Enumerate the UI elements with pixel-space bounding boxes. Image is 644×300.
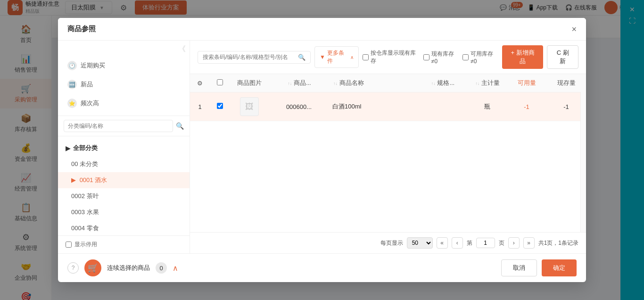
row-code: 000600...	[269, 92, 329, 121]
category-search-input[interactable]	[64, 120, 173, 132]
product-search-box: 🔍	[198, 51, 311, 64]
category-item-snack[interactable]: 0004 零食	[58, 220, 190, 235]
new-products-icon: 🆕	[67, 80, 77, 89]
modal-close-button[interactable]: ×	[571, 25, 577, 33]
sort-icon-name: ↑↓	[333, 81, 338, 86]
panel-collapse-button[interactable]: 《	[178, 44, 186, 54]
modal-overlay: 商品参照 × 《 🕐 近期购买 🆕	[0, 0, 644, 300]
category-expand-icon: ▶	[66, 145, 70, 152]
available-stock-checkbox[interactable]	[462, 54, 469, 60]
cart-button[interactable]: 🛒	[84, 259, 101, 276]
category-item-liquor[interactable]: ▶ 0001 酒水	[58, 172, 190, 188]
sort-icon-unit: ↑↓	[475, 81, 479, 86]
modal-footer: ? 🛒 连续选择的商品 0 ∧ 取消 确定	[58, 253, 586, 282]
category-search-row: 🔍	[58, 116, 190, 136]
row-index: 1	[190, 92, 210, 121]
category-list: ▶ 全部分类 00 未分类 ▶ 0001 酒水 0002 茶叶	[58, 136, 190, 235]
sort-icon-up: ↑↓	[288, 81, 292, 86]
pagination-row: 每页显示 50 10 20 100 « ‹ 第 页 › »	[190, 232, 586, 253]
tab-recent-purchase[interactable]: 🕐 近期购买	[62, 57, 186, 74]
product-thumbnail: 🖼	[240, 97, 259, 116]
left-panel: 《 🕐 近期购买 🆕 新品 ⭐ 频次高	[58, 41, 190, 253]
page-prev-button[interactable]: ‹	[452, 237, 463, 249]
help-icon[interactable]: ?	[67, 262, 79, 274]
page-size-select[interactable]: 50 10 20 100	[407, 237, 433, 249]
refresh-button[interactable]: C 刷新	[547, 45, 578, 69]
table-scrollbar[interactable]	[580, 74, 586, 232]
recent-purchase-icon: 🕐	[67, 61, 77, 70]
confirm-button[interactable]: 确定	[542, 259, 577, 276]
available-stock-checkbox-label[interactable]: 可用库存≠0	[462, 50, 498, 65]
high-freq-icon: ⭐	[67, 99, 77, 108]
col-settings[interactable]: ⚙	[190, 74, 210, 92]
col-check[interactable]	[210, 74, 230, 92]
row-name: 白酒100ml	[329, 92, 418, 121]
current-stock-checkbox[interactable]	[423, 54, 429, 60]
modal-body: 《 🕐 近期购买 🆕 新品 ⭐ 频次高	[58, 41, 586, 253]
col-code-header[interactable]: ↑↓ 商品...	[269, 74, 329, 92]
col-available-header[interactable]: 可用量	[507, 74, 546, 92]
product-search-icon[interactable]: 🔍	[298, 54, 305, 61]
continuous-select-label: 连续选择的商品	[107, 264, 150, 272]
page-first-button[interactable]: «	[437, 237, 448, 249]
pagination-total: 共1页，1条记录	[538, 239, 578, 247]
table-header-row: ⚙ 商品图片 ↑↓ 商品... ↑↓ 商品名称	[190, 74, 586, 92]
selected-count-badge: 0	[156, 262, 167, 274]
category-search-icon[interactable]: 🔍	[176, 122, 184, 130]
filter-icon: ▼	[320, 54, 325, 60]
footer-collapse-arrow[interactable]: ∧	[173, 264, 178, 273]
category-item-unclassified[interactable]: 00 未分类	[58, 156, 190, 172]
page-number-input[interactable]	[476, 238, 495, 248]
category-all-header[interactable]: ▶ 全部分类	[58, 140, 190, 156]
page-next-button[interactable]: ›	[508, 237, 520, 249]
row-available: -1	[507, 92, 546, 121]
category-item-fruit[interactable]: 0003 水果	[58, 204, 190, 220]
col-spec-header[interactable]: ↑↓ 规格...	[418, 74, 467, 92]
warehouse-stock-checkbox-label[interactable]: 按仓库显示现有库存	[363, 49, 420, 65]
product-table: ⚙ 商品图片 ↑↓ 商品... ↑↓ 商品名称	[190, 74, 586, 121]
row-spec	[418, 92, 467, 121]
right-panel: 🔍 ▼ 更多条件 ∧ 按仓库显示现有库存	[190, 41, 586, 253]
quick-filter-tabs: 《 🕐 近期购买 🆕 新品 ⭐ 频次高	[58, 41, 190, 116]
tab-high-frequency[interactable]: ⭐ 频次高	[62, 95, 186, 112]
toolbar-right: + 新增商品 C 刷新	[502, 45, 578, 69]
row-unit: 瓶	[467, 92, 507, 121]
tab-new-products[interactable]: 🆕 新品	[62, 76, 186, 93]
cancel-button[interactable]: 取消	[501, 259, 537, 276]
product-search-input[interactable]	[203, 54, 295, 60]
warehouse-stock-checkbox[interactable]	[363, 54, 369, 60]
more-filter-button[interactable]: ▼ 更多条件 ∧	[314, 46, 359, 68]
add-product-button[interactable]: + 新增商品	[502, 45, 544, 69]
row-checkbox[interactable]	[210, 92, 230, 121]
product-reference-modal: 商品参照 × 《 🕐 近期购买 🆕	[58, 18, 586, 282]
page-last-button[interactable]: »	[523, 237, 535, 249]
col-stock-header[interactable]: 现存量	[546, 74, 586, 92]
select-all-checkbox[interactable]	[217, 79, 223, 85]
modal-title: 商品参照	[67, 25, 96, 33]
display-disabled-checkbox[interactable]	[66, 242, 72, 248]
display-disabled-row: 显示停用	[58, 235, 190, 253]
row-image: 🖼	[230, 92, 269, 121]
right-toolbar: 🔍 ▼ 更多条件 ∧ 按仓库显示现有库存	[190, 41, 586, 74]
current-stock-checkbox-label[interactable]: 现有库存≠0	[423, 50, 459, 65]
category-item-tea[interactable]: 0002 茶叶	[58, 188, 190, 204]
sort-icon-spec: ↑↓	[431, 81, 436, 86]
table-row[interactable]: 1 🖼 000600... 白酒100ml	[190, 92, 586, 121]
col-image-header: 商品图片	[230, 74, 269, 92]
col-unit-header[interactable]: ↑↓ 主计量	[467, 74, 507, 92]
modal-header: 商品参照 ×	[58, 18, 586, 41]
footer-actions: 取消 确定	[501, 259, 577, 276]
col-name-header[interactable]: ↑↓ 商品名称	[329, 74, 418, 92]
product-table-container: ⚙ 商品图片 ↑↓ 商品... ↑↓ 商品名称	[190, 74, 586, 232]
